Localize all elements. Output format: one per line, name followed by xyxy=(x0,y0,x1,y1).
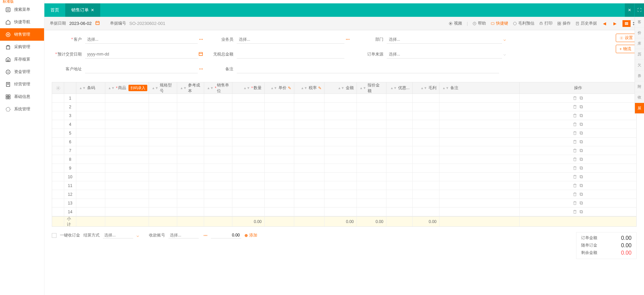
sidebar-item-search[interactable]: 搜索菜单 xyxy=(0,3,44,16)
delete-icon[interactable] xyxy=(573,183,577,188)
calendar-icon[interactable] xyxy=(198,51,203,57)
payment-amount-input[interactable] xyxy=(211,232,241,238)
profit-estimate-link[interactable]: 毛利预估 xyxy=(513,21,534,26)
price-column[interactable]: ▲▼单价✎ xyxy=(265,82,294,94)
logistics-button[interactable]: +物流 xyxy=(616,45,637,53)
table-row[interactable]: 4 xyxy=(52,120,636,129)
table-row[interactable]: 9 xyxy=(52,164,636,173)
copy-icon[interactable] xyxy=(579,96,583,100)
order-source-input[interactable] xyxy=(387,50,502,59)
settlement-input[interactable] xyxy=(103,232,133,238)
prev-doc-button[interactable]: ◀ xyxy=(602,21,607,26)
tab-1[interactable]: 销售订单✕ xyxy=(65,3,100,17)
table-row[interactable]: 12 xyxy=(52,190,636,199)
operate-link[interactable]: 操作 xyxy=(557,21,571,26)
sidebar-item-purchase[interactable]: 采购管理 xyxy=(0,41,44,53)
amount-column[interactable]: ▲▼金额 xyxy=(325,82,357,94)
sidebar-item-sales[interactable]: 销售管理 xyxy=(0,28,44,41)
qty-column[interactable]: ▲▼*数量 xyxy=(232,82,265,94)
delete-icon[interactable] xyxy=(573,192,577,196)
salesperson-more-icon[interactable]: ⋯ xyxy=(346,37,350,42)
video-link[interactable]: 视频 xyxy=(449,21,462,26)
copy-icon[interactable] xyxy=(579,175,583,179)
tab-0[interactable]: 首页 xyxy=(44,3,65,17)
copy-icon[interactable] xyxy=(579,131,583,135)
delete-icon[interactable] xyxy=(573,122,577,126)
tab-close-button[interactable]: ✕ xyxy=(625,3,634,17)
delete-icon[interactable] xyxy=(573,140,577,144)
table-row[interactable]: 2 xyxy=(52,103,636,111)
customer-input[interactable] xyxy=(85,35,198,44)
amount-notax-input[interactable] xyxy=(237,50,344,59)
tax-column[interactable]: ▲▼税率✎ xyxy=(294,82,325,94)
float-item-4[interactable]: 欠 xyxy=(635,60,644,71)
chevron-down-icon[interactable]: ⌵ xyxy=(503,52,506,57)
delete-icon[interactable] xyxy=(573,201,577,205)
delete-icon[interactable] xyxy=(573,157,577,161)
copy-icon[interactable] xyxy=(579,183,583,188)
copy-icon[interactable] xyxy=(579,201,583,205)
delete-icon[interactable] xyxy=(573,148,577,153)
settings-button[interactable]: 设置 xyxy=(616,34,637,42)
department-input[interactable] xyxy=(387,35,502,44)
delete-icon[interactable] xyxy=(573,113,577,118)
account-more-icon[interactable]: ⋯ xyxy=(203,233,207,238)
table-row[interactable]: 10 xyxy=(52,173,636,181)
refcost-column[interactable]: ▲▼参考成本 xyxy=(177,82,204,94)
copy-icon[interactable] xyxy=(579,140,583,144)
table-row[interactable]: 8 xyxy=(52,155,636,164)
delete-icon[interactable] xyxy=(573,131,577,135)
account-input[interactable] xyxy=(168,232,199,238)
barcode-column[interactable]: ▲▼条码 xyxy=(76,82,105,94)
sidebar-item-inventory[interactable]: 库存核算 xyxy=(0,53,44,66)
table-row[interactable]: 6 xyxy=(52,138,636,146)
help-link[interactable]: ?帮助 xyxy=(472,21,486,26)
remark-input[interactable] xyxy=(237,65,499,73)
history-link[interactable]: 历史单据 xyxy=(575,21,597,26)
copy-icon[interactable] xyxy=(579,192,583,196)
float-item-5[interactable]: 券 xyxy=(635,71,644,81)
next-doc-button[interactable]: ▶ xyxy=(612,21,618,26)
delivery-date-input[interactable] xyxy=(85,50,198,59)
doc-date-value[interactable]: 2023-06-02 xyxy=(69,21,92,26)
sidebar-item-system[interactable]: 系统管理 xyxy=(0,103,44,115)
table-row[interactable]: 3 xyxy=(52,111,636,120)
customer-more-icon[interactable]: ⋯ xyxy=(199,37,203,42)
print-link[interactable]: 打印 xyxy=(539,21,553,26)
sidebar-item-basic[interactable]: 基础信息 xyxy=(0,90,44,103)
table-row[interactable]: 14 xyxy=(52,208,636,216)
copy-icon[interactable] xyxy=(579,210,583,214)
customer-addr-more-icon[interactable]: ⋯ xyxy=(199,67,203,71)
table-row[interactable]: 1 xyxy=(52,94,636,103)
gear-column[interactable] xyxy=(52,82,64,94)
chevron-down-icon[interactable]: ⌵ xyxy=(137,233,139,238)
sidebar-item-home[interactable]: 快捷导航 xyxy=(0,16,44,28)
table-row[interactable]: 7 xyxy=(52,146,636,155)
copy-icon[interactable] xyxy=(579,148,583,153)
shortcut-link[interactable]: 快捷键 xyxy=(491,21,508,26)
view-toggle-form[interactable] xyxy=(622,20,631,27)
float-item-0[interactable]: 客 xyxy=(635,17,644,28)
table-row[interactable]: 11 xyxy=(52,181,636,190)
sidebar-item-business[interactable]: 经营管理 xyxy=(0,78,44,90)
delete-icon[interactable] xyxy=(573,96,577,100)
edit-icon[interactable]: ✎ xyxy=(288,86,291,90)
float-item-1[interactable]: 价 xyxy=(635,28,644,38)
close-icon[interactable]: ✕ xyxy=(91,8,94,12)
spec-column[interactable]: ▲▼规格型号 xyxy=(149,82,177,94)
quote-column[interactable]: ▲▼报价金额 xyxy=(357,82,386,94)
product-column[interactable]: ▲▼*商品扫码录入 xyxy=(105,82,149,94)
salesperson-input[interactable] xyxy=(237,35,344,44)
copy-icon[interactable] xyxy=(579,157,583,161)
delete-icon[interactable] xyxy=(573,210,577,214)
delete-icon[interactable] xyxy=(573,175,577,179)
float-item-6[interactable]: 附 xyxy=(635,81,644,92)
delete-icon[interactable] xyxy=(573,105,577,109)
edit-icon[interactable]: ✎ xyxy=(318,86,321,90)
profit-column[interactable]: ▲▼毛利 xyxy=(413,82,440,94)
delete-icon[interactable] xyxy=(573,166,577,170)
add-payment-button[interactable]: ⊕添加 xyxy=(244,232,257,238)
float-item-7[interactable]: 收 xyxy=(635,92,644,103)
float-item-2[interactable]: 库 xyxy=(635,38,644,49)
float-item-8[interactable]: 展 xyxy=(635,103,644,114)
